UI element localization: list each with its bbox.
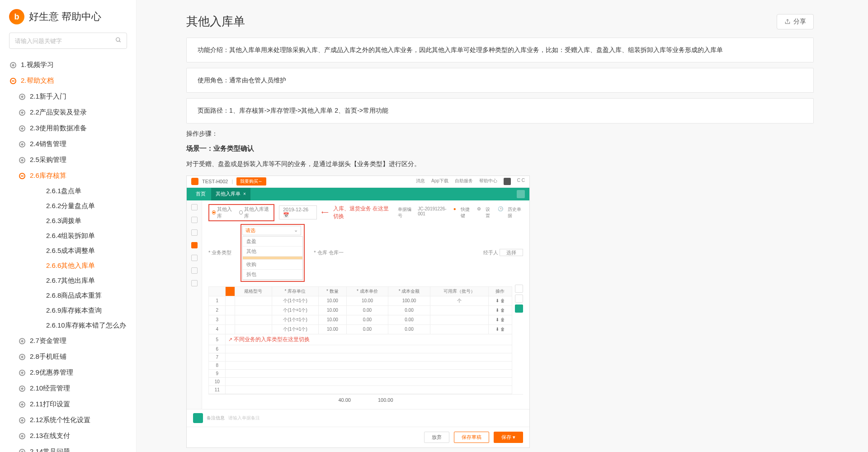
search-icon[interactable] [115,37,122,45]
nav-2-6-6[interactable]: 2.6.6其他入库单 [46,258,127,273]
annotation: 入库、退货业务 在这里切换 [333,205,393,220]
nav-2-6-2[interactable]: 2.6.2分量盘点单 [46,199,127,214]
nav-2-13[interactable]: 2.13在线支付 [18,428,127,444]
save-button: 保存 ▾ [494,432,523,443]
tab-close-icon [517,190,525,198]
nav-label: 2.6.10库存账本错了怎么办 [46,321,126,330]
mini-logo-icon [191,178,198,185]
role-box: 使用角色：通常由仓管人员维护 [186,68,814,93]
button-row: 放弃 保存草稿 保存 ▾ [187,427,529,447]
annotation: 不同业务的入库类型在这里切换 [234,336,310,343]
draft-button: 保存草稿 [454,432,489,443]
arrow-icon: ⟵ [321,209,329,215]
top-link: 自助服务 [455,178,473,185]
detail-table: 规格型号* 库存单位* 数量* 成本单价* 成本金额可用库（批号）操作 1个(1… [208,286,512,394]
nav-2-11[interactable]: 2.11打印设置 [18,396,127,412]
nav-label: 2.帮助文档 [21,76,54,85]
scene1-text: 对于受赠、盘盈或是拆装入库等不同的业务，是通过单据头【业务类型】进行区分。 [186,157,814,170]
nav-label: 2.6.4组装拆卸单 [46,232,95,240]
plus-icon [18,337,26,345]
nav-2-3[interactable]: 2.3使用前数据准备 [18,120,127,136]
nav-2-1[interactable]: 2.1新手入门 [18,89,127,105]
plus-icon [18,448,26,452]
intro-text: 其他入库单用来处理除采购入库、产成品入库之外的其他入库业务，因此其他入库单可处理… [229,46,723,53]
nav-2-5[interactable]: 2.5采购管理 [18,152,127,168]
nav-2-6-4[interactable]: 2.6.4组装拆卸单 [46,228,127,243]
nav-label: 2.5采购管理 [30,156,66,164]
nav-2-14[interactable]: 2.14常见问题 [18,444,127,452]
nav-2-10[interactable]: 2.10经营管理 [18,381,127,396]
top-link: C C [517,178,525,185]
buy-button: 我要购买～ [236,177,266,186]
main-content: 其他入库单 分享 功能介绍：其他入库单用来处理除采购入库、产成品入库之外的其他入… [137,0,868,452]
nav-2-6-8[interactable]: 2.6.8商品成本重算 [46,288,127,303]
table-row: 4个(1个=1个)10.000.000.00⬇ 🗑 [209,324,512,334]
plus-icon [18,156,26,164]
nav-2-9[interactable]: 2.9优惠券管理 [18,365,127,381]
nav-label: 2.8手机旺铺 [30,352,66,361]
page-title: 其他入库单 [186,14,245,29]
memo-label: 备注信息 [207,415,225,421]
nav-2-12[interactable]: 2.12系统个性化设置 [18,412,127,428]
tab-home: 首页 [191,188,210,200]
nav-2-6-9[interactable]: 2.6.9库存账本查询 [46,303,127,318]
path-text: 1、库存核算->库存管理->其他入库单 2、首页->常用功能 [229,107,388,114]
nav-video-learning[interactable]: 1.视频学习 [9,57,127,73]
plus-icon [18,400,26,409]
warehouse-label: 仓库 [317,250,327,255]
app-screenshot: TEST-H002 | 我要购买～ 消息 App下载 自助服务 帮助中心 C C… [186,176,530,448]
table-row: 3个(1个=1个)10.000.000.00⬇ 🗑 [209,315,512,324]
radio-icon [239,210,243,214]
nav-2-6-10[interactable]: 2.6.10库存账本错了怎么办 [46,318,127,333]
scene1-heading: 场景一：业务类型确认 [186,144,814,153]
nav-2-6-3[interactable]: 2.6.3调拨单 [46,214,127,228]
plus-icon [18,416,26,424]
top-link: 帮助中心 [479,178,497,185]
nav-2-2[interactable]: 2.2产品安装及登录 [18,105,127,120]
nav-2-7[interactable]: 2.7资金管理 [18,333,127,349]
dropdown-option [243,257,302,260]
nav-2-4[interactable]: 2.4销售管理 [18,136,127,152]
plus-icon [9,61,17,69]
path-label: 页面路径： [198,107,229,114]
nav-label: 2.6.7其他出库单 [46,276,95,285]
intro-label: 功能介绍： [198,46,229,53]
path-box: 页面路径：1、库存核算->库存管理->其他入库单 2、首页->常用功能 [186,98,814,123]
nav-label: 2.12系统个性化设置 [30,416,90,424]
top-link: 消息 [416,178,425,185]
nav-label: 2.10经营管理 [30,384,70,393]
sidenav-icon [191,255,198,261]
sidenav-icon [191,217,198,223]
svg-point-0 [116,38,120,41]
nav-2-6-7[interactable]: 2.6.7其他出库单 [46,273,127,288]
search-input[interactable] [9,33,127,49]
logo-text: 好生意 帮助中心 [29,10,101,24]
handler-label: 经手人 [483,250,498,255]
side-tool-icons [515,285,523,313]
warehouse-value: 仓库一 [329,250,344,255]
minus-icon [9,77,17,85]
doc-meta: 单据编号 JC-20191226-001 ●快捷键 ⚙设置 🕒历史单据 [398,206,523,219]
nav-2-6-5[interactable]: 2.6.5成本调整单 [46,243,127,258]
intro-box: 功能介绍：其他入库单用来处理除采购入库、产成品入库之外的其他入库业务，因此其他入… [186,38,814,62]
app-sidenav [187,200,202,409]
dropdown-option: 收购 [243,260,302,270]
search-wrap [9,33,127,49]
nav-label: 2.1新手入门 [30,92,66,101]
nav-2-6-1[interactable]: 2.6.1盘点单 [46,184,127,199]
nav-label: 2.7资金管理 [30,337,66,345]
nav-help-docs[interactable]: 2.帮助文档 [9,73,127,89]
app-form: 其他入库 其他入库退库 2019-12-26 📅 ⟵ 入库、退货业务 在这里切换… [202,200,529,409]
sidenav-icon [191,204,198,210]
share-button[interactable]: 分享 [777,14,814,29]
dropdown-option: 拆包 [243,270,302,280]
doc-type-radio: 其他入库 其他入库退库 [208,204,274,221]
nav-2-8[interactable]: 2.8手机旺铺 [18,349,127,365]
memo-icon [193,413,203,423]
nav-label: 2.6.9库存账本查询 [46,306,102,315]
nav-label: 2.4销售管理 [30,140,66,148]
plus-icon [18,353,26,361]
app-top-links: 消息 App下载 自助服务 帮助中心 C C [416,178,525,185]
nav-2-6[interactable]: 2.6库存核算 [18,168,127,184]
handler-select: 选择 [500,249,523,256]
